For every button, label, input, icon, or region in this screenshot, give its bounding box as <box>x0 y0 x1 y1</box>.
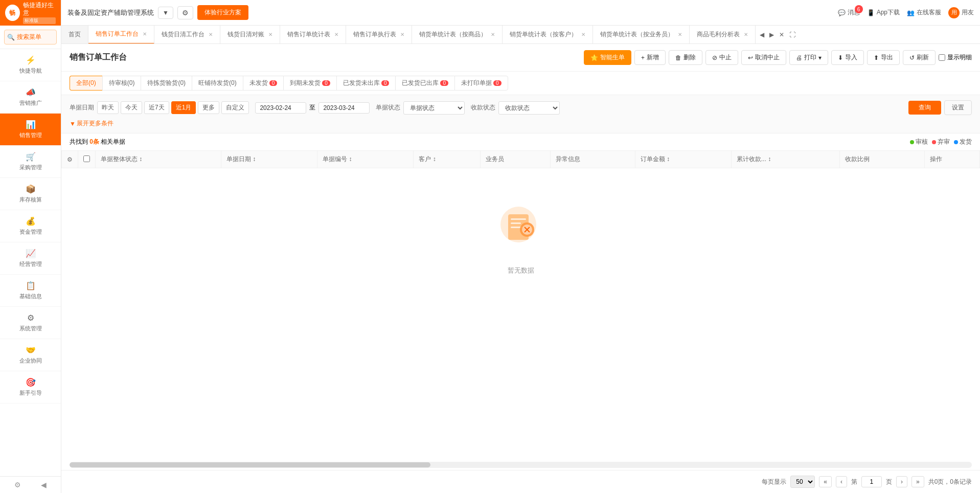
date-custom[interactable]: 自定义 <box>221 101 249 114</box>
filter-tab-shipped-not-out[interactable]: 已发货未出库0 <box>336 76 396 91</box>
tab-close-stat-customer[interactable]: ✕ <box>581 32 585 37</box>
tab-margin-analysis[interactable]: 商品毛利分析表 ✕ <box>690 26 756 44</box>
col-status[interactable]: 单据整体状态 ↕ <box>96 151 221 168</box>
col-customer[interactable]: 客户 ↕ <box>414 151 481 168</box>
sidebar-item-capital[interactable]: 💰 资金管理 <box>0 210 61 242</box>
filter-tab-all[interactable]: 全部(0) <box>70 76 102 91</box>
sidebar-item-inventory[interactable]: 📦 库存核算 <box>0 178 61 210</box>
expand-conditions-button[interactable]: ▼ 展开更多条件 <box>70 119 113 128</box>
date-today[interactable]: 今天 <box>121 101 142 114</box>
delete-button[interactable]: 🗑 删除 <box>669 50 702 65</box>
import-button[interactable]: ⬇ 导入 <box>831 50 864 65</box>
tabs-next-button[interactable]: ▶ <box>767 30 776 39</box>
tab-close-sales-stat[interactable]: ✕ <box>334 32 338 37</box>
filter-tab-wangpu[interactable]: 旺铺待发货(0) <box>192 76 243 91</box>
date-to-input[interactable] <box>318 102 370 114</box>
filter-tab-not-printed[interactable]: 未打印单据0 <box>454 76 508 91</box>
refresh-button[interactable]: ↺ 刷新 <box>903 50 936 65</box>
app-download-button[interactable]: 📱 App下载 <box>867 8 900 17</box>
tab-order-exec[interactable]: 销售订单执行表 ✕ <box>346 26 412 44</box>
tab-sales-stat-product[interactable]: 销货单统计表（按商品） ✕ <box>412 26 503 44</box>
tab-cash-account[interactable]: 钱货日清对账 ✕ <box>220 26 280 44</box>
sidebar-collapse-button[interactable]: ◀ <box>41 481 47 489</box>
col-operation: 操作 <box>924 151 979 168</box>
page-last-button[interactable]: » <box>911 476 924 487</box>
ship-action-button[interactable]: 发货 <box>954 138 972 146</box>
query-button[interactable]: 查询 <box>908 101 941 115</box>
page-header: 销售订单工作台 ⭐ 智能生单 + 新增 🗑 删除 ⊘ <box>61 44 980 72</box>
sidebar-settings-button[interactable]: ⚙ <box>14 481 21 489</box>
tab-close-order-exec[interactable]: ✕ <box>400 32 404 37</box>
tab-close-cash-account[interactable]: ✕ <box>268 32 272 37</box>
sidebar-item-marketing[interactable]: 📣 营销推广 <box>0 81 61 114</box>
col-number[interactable]: 单据编号 ↕ <box>317 151 414 168</box>
tab-close-stat-product[interactable]: ✕ <box>491 32 495 37</box>
stop-button[interactable]: ⊘ 中止 <box>705 50 738 65</box>
message-button[interactable]: 💬 消息 6 <box>838 8 860 17</box>
page-number-input[interactable] <box>861 476 882 487</box>
unreviewed-dot <box>932 140 936 144</box>
sidebar-item-basic[interactable]: 📋 基础信息 <box>0 275 61 307</box>
page-first-button[interactable]: « <box>819 476 832 487</box>
sidebar-item-quick-nav[interactable]: ⚡ 快捷导航 <box>0 49 61 81</box>
show-detail-checkbox[interactable] <box>939 54 945 61</box>
topbar-settings-button[interactable]: ⚙ <box>177 6 193 19</box>
app-dropdown-button[interactable]: ▼ <box>158 7 173 19</box>
tab-sales-stat-customer[interactable]: 销货单统计表（按客户） ✕ <box>503 26 593 44</box>
sidebar-item-operation[interactable]: 📈 经营管理 <box>0 242 61 275</box>
tab-sales-stat[interactable]: 销售订单统计表 ✕ <box>280 26 346 44</box>
page-next-button[interactable]: › <box>896 476 907 487</box>
tab-close-sales-order[interactable]: ✕ <box>143 31 147 37</box>
cancel-stop-button[interactable]: ↩ 取消中止 <box>741 50 786 65</box>
date-more[interactable]: 更多 <box>198 101 219 114</box>
col-collected[interactable]: 累计收款... ↕ <box>731 151 839 168</box>
user-button[interactable]: 用 用友 <box>948 7 974 18</box>
filter-tab-pending-inspect[interactable]: 待拣货验货(0) <box>141 76 192 91</box>
filter-tab-overdue[interactable]: 到期未发货0 <box>283 76 336 91</box>
sidebar-item-guide[interactable]: 🎯 新手引导 <box>0 371 61 404</box>
select-all-checkbox[interactable] <box>83 155 90 162</box>
filter-tab-shipped-out[interactable]: 已发货已出库0 <box>395 76 454 91</box>
add-button[interactable]: + 新增 <box>634 50 666 65</box>
tab-sales-stat-staff[interactable]: 销货单统计表（按业务员） ✕ <box>593 26 690 44</box>
online-support-button[interactable]: 👥 在线客服 <box>907 8 941 17</box>
col-date[interactable]: 单据日期 ↕ <box>221 151 317 168</box>
tab-close-cash-clear[interactable]: ✕ <box>209 32 213 37</box>
col-staff[interactable]: 业务员 <box>480 151 550 168</box>
tab-close-margin[interactable]: ✕ <box>744 32 748 37</box>
date-yesterday[interactable]: 昨天 <box>97 101 119 114</box>
unreviewed-action-button[interactable]: 弃审 <box>932 138 950 146</box>
filter-tab-not-shipped[interactable]: 未发货0 <box>243 76 284 91</box>
date-7days[interactable]: 近7天 <box>144 101 169 114</box>
show-detail-label[interactable]: 显示明细 <box>939 53 972 62</box>
smart-gen-button[interactable]: ⭐ 智能生单 <box>584 50 631 65</box>
filter-setting-button[interactable]: 设置 <box>944 100 972 115</box>
tab-cash-clear[interactable]: 钱货日清工作台 ✕ <box>154 26 220 44</box>
col-exception[interactable]: 异常信息 <box>550 151 635 168</box>
per-page-select[interactable]: 50 <box>790 476 815 488</box>
date-1month[interactable]: 近1月 <box>171 101 196 114</box>
export-button[interactable]: ⬆ 导出 <box>867 50 900 65</box>
tab-home[interactable]: 首页 <box>61 26 88 44</box>
filter-tab-pending-review[interactable]: 待审核(0) <box>102 76 141 91</box>
horizontal-scrollbar[interactable] <box>70 462 972 468</box>
tab-close-stat-staff[interactable]: ✕ <box>678 32 682 37</box>
date-from-input[interactable] <box>255 102 306 114</box>
solution-button[interactable]: 体验行业方案 <box>197 5 248 20</box>
payment-select[interactable]: 收款状态 <box>498 101 560 115</box>
sidebar-item-system[interactable]: ⚙ 系统管理 <box>0 307 61 339</box>
tab-sales-order[interactable]: 销售订单工作台 ✕ <box>88 26 154 44</box>
col-amount[interactable]: 订单金额 ↕ <box>635 151 731 168</box>
search-menu-button[interactable]: 🔍 搜索菜单 <box>4 30 57 44</box>
tabs-prev-button[interactable]: ◀ <box>758 30 766 39</box>
page-prev-button[interactable]: ‹ <box>836 476 847 487</box>
status-select[interactable]: 单据状态 <box>403 101 465 115</box>
tabs-expand-button[interactable]: ⛶ <box>787 30 797 39</box>
sidebar-item-sales[interactable]: 📊 销售管理 <box>0 114 61 146</box>
col-settings[interactable]: ⚙ <box>62 151 78 168</box>
tabs-close-all-button[interactable]: ✕ <box>777 30 786 39</box>
print-button[interactable]: 🖨 打印 ▾ <box>789 50 828 65</box>
sidebar-item-enterprise[interactable]: 🤝 企业协同 <box>0 339 61 371</box>
sidebar-item-purchase[interactable]: 🛒 采购管理 <box>0 146 61 178</box>
review-action-button[interactable]: 审核 <box>910 138 928 146</box>
